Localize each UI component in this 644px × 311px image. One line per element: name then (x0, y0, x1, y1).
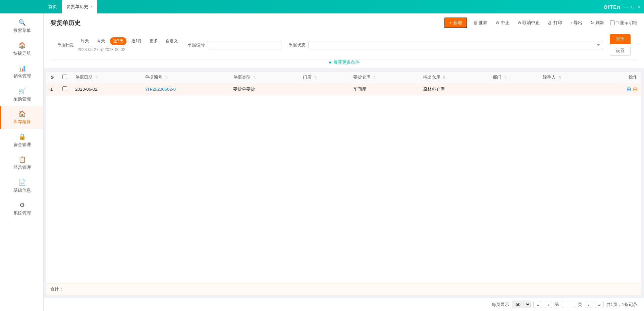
col-department-sort[interactable]: ⇅ (504, 76, 507, 79)
col-pending-warehouse-sort[interactable]: ⇅ (443, 76, 445, 79)
row-delete-icon[interactable]: ⊟ (633, 86, 637, 92)
next-page-btn[interactable]: › (585, 301, 592, 308)
system-mgmt-icon: ⚙ (19, 202, 25, 209)
suspend-button[interactable]: ⊘ 中止 (494, 18, 512, 27)
query-button[interactable]: 查询 (610, 34, 631, 44)
print-button[interactable]: 🖨 打印 (546, 18, 564, 27)
top-bar-right: OfTEn — □ × (604, 4, 644, 10)
col-doc-number-sort[interactable]: ⇅ (165, 76, 168, 79)
pagination-bar: 每页显示 20 50 100 200 « ‹ 第 1 页 › » 共1页，1条记… (44, 298, 644, 311)
cancel-suspend-button[interactable]: ⊘ 取消中止 (516, 18, 542, 27)
sidebar-item-search-menu-label: 搜索菜单 (13, 28, 31, 34)
col-pending-warehouse-label: 待出仓库 (423, 75, 440, 80)
col-handler-sort[interactable]: ⇅ (558, 76, 561, 79)
delete-button[interactable]: 🗑 删除 (471, 18, 490, 27)
col-action: 操作 (599, 72, 641, 83)
data-table: ⚙ 单据日期 ⇅ 单据编号 ⇅ (46, 71, 641, 95)
sidebar-item-sales-mgmt-label: 销售管理 (13, 73, 31, 79)
sidebar-item-basic-info-label: 基础信息 (13, 187, 31, 193)
table-container: ⚙ 单据日期 ⇅ 单据编号 ⇅ (46, 71, 641, 295)
page-header: 要货单历史 + 新增 🗑 删除 ⊘ 中止 ⊘ 取消中止 🖨 打印 ↑ 导出 ↻ … (44, 13, 644, 69)
finance-mgmt-icon: 🔒 (18, 133, 26, 140)
page-size-select[interactable]: 20 50 100 200 (512, 301, 531, 308)
date-btn-last7days[interactable]: 近7天 (110, 37, 126, 45)
row-edit-icon[interactable]: ⊞ (627, 86, 631, 92)
export-button[interactable]: ↑ 导出 (568, 18, 584, 27)
doc-status-label: 单据状态 (288, 42, 306, 48)
prev-page-btn[interactable]: ‹ (545, 301, 552, 308)
table-row: 1 2023-06-02 YH-20230602-0 要货单要货 车间库 原材料… (46, 83, 641, 95)
col-store-label: 门店 (303, 75, 312, 80)
sidebar-item-quick-nav-label: 快捷导航 (13, 50, 31, 56)
sidebar-item-inventory[interactable]: 🏠 库存核算 (0, 106, 43, 129)
expand-filter-row: ▼ 展开更多条件 (50, 59, 637, 68)
window-close-btn[interactable]: × (637, 4, 640, 9)
col-settings: ⚙ (46, 72, 58, 83)
date-btn-more[interactable]: 更多 (147, 37, 161, 45)
doc-status-select[interactable] (308, 41, 603, 49)
doc-number-link[interactable]: YH-20230602-0 (145, 87, 176, 92)
sidebar-item-finance-mgmt[interactable]: 🔒 资金管理 (0, 129, 43, 152)
table-body: 1 2023-06-02 YH-20230602-0 要货单要货 车间库 原材料… (46, 83, 641, 95)
date-btn-custom[interactable]: 自定义 (163, 37, 181, 45)
basic-info-icon: 📄 (18, 179, 26, 186)
row-checkbox[interactable] (62, 86, 67, 91)
brand-label: OfTEn (604, 4, 621, 10)
col-checkbox (58, 72, 71, 83)
expand-filter-btn[interactable]: ▼ 展开更多条件 (328, 59, 360, 65)
tab-requisition-history[interactable]: 要货单历史 × (62, 0, 97, 13)
date-filter-options: 昨天 今天 近7天 近1月 更多 自定义 2023-05-27 至 2023-0… (78, 37, 181, 53)
doc-number-label: 单据编号 (187, 42, 205, 48)
page-title-row: 要货单历史 + 新增 🗑 删除 ⊘ 中止 ⊘ 取消中止 🖨 打印 ↑ 导出 ↻ … (50, 17, 637, 28)
last-page-btn[interactable]: » (595, 301, 603, 308)
row-pending-warehouse: 原材料仓库 (419, 83, 489, 95)
page-size-label: 每页显示 (492, 302, 509, 308)
sidebar-item-system-mgmt[interactable]: ⚙ 系统管理 (0, 197, 43, 220)
col-pending-warehouse: 待出仓库 ⇅ (419, 72, 489, 83)
sidebar-item-basic-info[interactable]: 📄 基础信息 (0, 175, 43, 197)
sidebar-item-sales-mgmt[interactable]: 📊 销售管理 (0, 60, 43, 83)
date-btn-yesterday[interactable]: 昨天 (78, 37, 92, 45)
display-detail-wrapper: □ 显示明细 (610, 20, 637, 26)
row-req-warehouse: 车间库 (349, 83, 419, 95)
sidebar-item-search-menu[interactable]: 🔍 搜索菜单 (0, 15, 43, 38)
window-maximize-btn[interactable]: □ (632, 4, 634, 9)
col-store-sort[interactable]: ⇅ (314, 76, 317, 79)
purchase-mgmt-icon: 🛒 (18, 87, 26, 95)
page-number-input[interactable]: 1 (562, 301, 575, 308)
col-doc-date-sort[interactable]: ⇅ (95, 76, 98, 79)
page-label-prefix: 第 (555, 302, 559, 308)
tab-close-icon[interactable]: × (90, 4, 93, 9)
tab-requisition-label: 要货单历史 (66, 4, 88, 10)
col-doc-number: 单据编号 ⇅ (141, 72, 229, 83)
new-button[interactable]: + 新增 (444, 17, 467, 28)
col-req-warehouse-label: 要货仓库 (353, 75, 371, 80)
sidebar-item-quick-nav[interactable]: 🏠 快捷导航 (0, 38, 43, 60)
window-minimize-btn[interactable]: — (624, 4, 628, 9)
sidebar: 🔍 搜索菜单 🏠 快捷导航 📊 销售管理 🛒 采购管理 🏠 库存核算 🔒 资金管… (0, 13, 44, 311)
date-btn-today[interactable]: 今天 (94, 37, 108, 45)
refresh-button[interactable]: ↻ 刷新 (588, 18, 606, 27)
display-detail-label: □ 显示明细 (616, 20, 637, 26)
col-doc-type-sort[interactable]: ⇅ (253, 76, 256, 79)
tab-home[interactable]: 首页 (44, 0, 62, 13)
display-detail-checkbox[interactable] (610, 20, 615, 25)
select-all-checkbox[interactable] (62, 75, 67, 79)
col-doc-number-label: 单据编号 (145, 75, 162, 80)
date-filter-group: 单据日期 昨天 今天 近7天 近1月 更多 自定义 2023-05-27 至 2… (57, 37, 181, 53)
doc-number-input[interactable] (208, 41, 281, 49)
date-btn-last1month[interactable]: 近1月 (128, 37, 145, 45)
row-doc-number: YH-20230602-0 (141, 83, 229, 95)
first-page-btn[interactable]: « (533, 301, 542, 308)
expand-label: 展开更多条件 (333, 59, 360, 65)
settings-button[interactable]: 设置 (610, 46, 631, 56)
content-area: 要货单历史 + 新增 🗑 删除 ⊘ 中止 ⊘ 取消中止 🖨 打印 ↑ 导出 ↻ … (44, 13, 644, 311)
doc-number-filter-group: 单据编号 (187, 41, 281, 49)
row-doc-type: 要货单要货 (229, 83, 299, 95)
col-req-warehouse-sort[interactable]: ⇅ (373, 76, 376, 79)
row-checkbox-cell (58, 83, 71, 95)
sidebar-item-operations-mgmt[interactable]: 📋 经营管理 (0, 152, 43, 175)
sidebar-item-purchase-mgmt[interactable]: 🛒 采购管理 (0, 83, 43, 106)
settings-icon[interactable]: ⚙ (50, 75, 54, 80)
sidebar-item-system-mgmt-label: 系统管理 (13, 210, 31, 216)
